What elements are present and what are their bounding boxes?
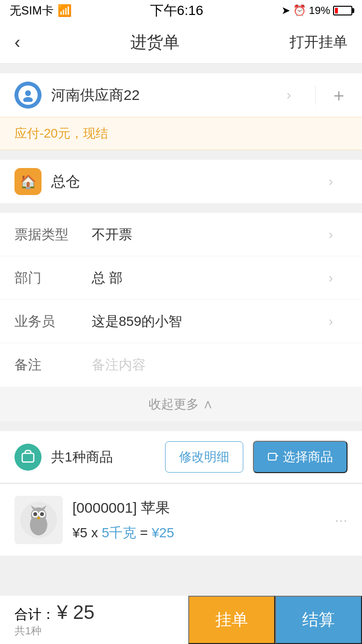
svg-rect-2 <box>22 453 34 462</box>
product-code: [0000001] <box>72 500 137 516</box>
note-placeholder: 备注内容 <box>82 356 348 374</box>
supplier-avatar <box>14 82 42 109</box>
sales-value: 这是859的小智 <box>82 312 329 331</box>
hang-order-button[interactable]: 挂单 <box>188 596 275 644</box>
battery-percent: 19% <box>309 4 330 17</box>
product-count-icon <box>14 444 42 471</box>
product-more-button[interactable]: ··· <box>334 511 348 529</box>
status-bar: 无SIM卡 📶 下午6:16 ➤ ⏰ 19% <box>0 0 362 21</box>
note-label: 备注 <box>14 356 82 374</box>
supplier-name: 河南供应商22 <box>51 85 287 105</box>
dept-value: 总 部 <box>82 269 329 287</box>
supplier-divider <box>315 85 316 105</box>
battery-icon <box>333 6 352 15</box>
sales-row[interactable]: 业务员 这是859的小智 › <box>0 300 362 343</box>
status-right: ➤ ⏰ 19% <box>281 4 352 17</box>
product-image <box>19 501 58 539</box>
product-divider <box>0 483 362 483</box>
wifi-icon: 📶 <box>57 4 72 17</box>
product-info: [0000001] 苹果 ¥5 x 5千克 = ¥25 <box>72 498 325 542</box>
equals-sign: = <box>140 525 152 540</box>
location-icon: ➤ <box>281 4 290 17</box>
add-supplier-button[interactable]: ＋ <box>330 84 348 107</box>
svg-point-0 <box>25 90 31 96</box>
note-row[interactable]: 备注 备注内容 <box>0 343 362 387</box>
invoice-label: 票据类型 <box>14 225 82 244</box>
product-price: ¥5 x 5千克 = ¥25 <box>72 524 325 542</box>
avatar-inner <box>18 85 38 105</box>
sales-label: 业务员 <box>14 312 82 331</box>
status-left: 无SIM卡 📶 <box>10 3 72 18</box>
product-count-text: 共1种商品 <box>51 448 155 466</box>
gap-3 <box>0 203 362 213</box>
total-label: 合计： <box>14 605 55 624</box>
open-pending-button[interactable]: 打开挂单 <box>290 32 348 52</box>
select-product-button[interactable]: 选择商品 <box>253 441 348 473</box>
supplier-row[interactable]: 河南供应商22 › ＋ <box>0 73 362 117</box>
product-thumbnail <box>14 496 63 544</box>
dept-label: 部门 <box>14 269 82 287</box>
svg-point-9 <box>33 512 37 516</box>
collapse-more-label: 收起更多 ∧ <box>149 396 213 413</box>
collapse-more-button[interactable]: 收起更多 ∧ <box>0 387 362 421</box>
warehouse-row[interactable]: 🏠 总仓 › <box>0 160 362 203</box>
dept-row[interactable]: 部门 总 部 › <box>0 256 362 300</box>
invoice-value: 不开票 <box>82 225 329 244</box>
settle-button[interactable]: 结算 <box>275 596 362 644</box>
qty-value: 5千克 <box>102 525 137 540</box>
dept-chevron-icon: › <box>329 270 333 286</box>
supplier-section: 河南供应商22 › ＋ 应付-20元，现结 <box>0 73 362 150</box>
gap-2 <box>0 150 362 160</box>
warehouse-section: 🏠 总仓 › <box>0 160 362 203</box>
back-button[interactable]: ‹ <box>14 32 20 53</box>
multiply-sign: x <box>91 525 102 540</box>
svg-rect-3 <box>268 453 276 460</box>
gap-1 <box>0 64 362 73</box>
invoice-row[interactable]: 票据类型 不开票 › <box>0 213 362 256</box>
total-section: 合计： ¥ 25 共1种 <box>0 602 188 638</box>
carrier-text: 无SIM卡 <box>10 3 54 18</box>
svg-point-1 <box>23 97 33 102</box>
total-amount: ¥ 25 <box>57 602 95 623</box>
invoice-chevron-icon: › <box>329 227 333 242</box>
alarm-icon: ⏰ <box>293 4 306 17</box>
form-section: 票据类型 不开票 › 部门 总 部 › 业务员 这是859的小智 › 备注 备注… <box>0 213 362 387</box>
unit-price: ¥5 <box>72 525 87 540</box>
nav-bar: ‹ 进货单 打开挂单 <box>0 21 362 64</box>
edit-detail-button[interactable]: 修改明细 <box>165 441 243 473</box>
total-price: ¥25 <box>152 525 174 540</box>
warehouse-chevron-icon: › <box>329 174 333 189</box>
product-title: 苹果 <box>141 500 170 516</box>
page-title: 进货单 <box>130 31 180 54</box>
notice-banner: 应付-20元，现结 <box>0 117 362 150</box>
person-icon <box>21 88 35 102</box>
select-product-label: 选择商品 <box>283 448 333 465</box>
product-header: 共1种商品 修改明细 选择商品 <box>0 431 362 483</box>
svg-point-10 <box>40 512 44 516</box>
product-name: [0000001] 苹果 <box>72 498 325 518</box>
bottom-bar: 合计： ¥ 25 共1种 挂单 结算 <box>0 596 362 644</box>
supplier-chevron-icon: › <box>287 87 291 103</box>
select-product-icon <box>267 451 279 463</box>
warehouse-name: 总仓 <box>51 172 329 192</box>
gap-4 <box>0 421 362 431</box>
sales-chevron-icon: › <box>329 314 333 329</box>
total-count: 共1种 <box>14 624 174 638</box>
cart-icon <box>20 449 36 465</box>
product-item: [0000001] 苹果 ¥5 x 5千克 = ¥25 ··· <box>0 484 362 556</box>
status-time: 下午6:16 <box>150 1 204 20</box>
warehouse-icon: 🏠 <box>14 168 42 195</box>
